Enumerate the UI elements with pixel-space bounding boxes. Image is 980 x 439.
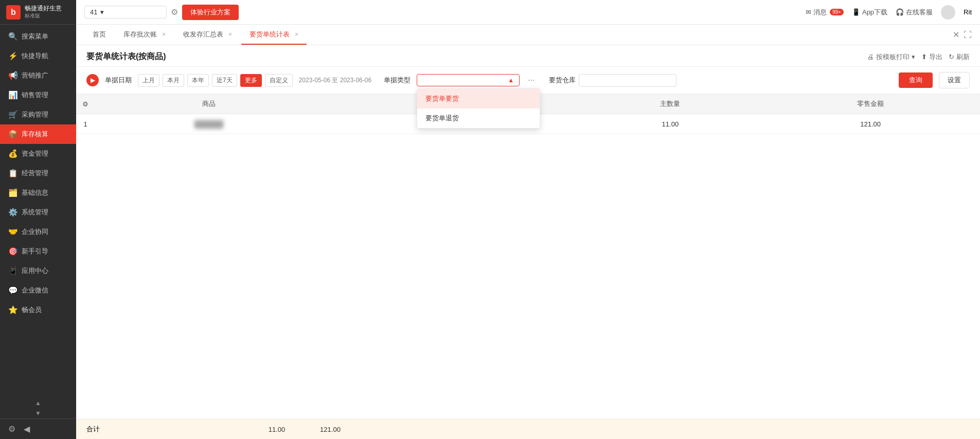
date-btn-this-year[interactable]: 本年 [187, 74, 209, 87]
sidebar-nav: 🔍搜索菜单⚡快捷导航📢营销推广📊销售管理🛒采购管理📦库存核算💰资金管理📋经营管理… [0, 25, 76, 398]
th-settings[interactable]: ⚙ [76, 94, 95, 114]
sidebar-item-inventory[interactable]: 📦库存核算 [0, 124, 76, 144]
sidebar-item-member[interactable]: ⭐畅会员 [0, 300, 76, 320]
settings-btn[interactable]: 设置 [939, 72, 970, 88]
tab-recv-summary[interactable]: 收发存汇总表× [175, 25, 240, 45]
sidebar-label-purchase: 采购管理 [22, 110, 48, 119]
sidebar-label-quick-nav: 快捷导航 [22, 51, 48, 61]
sidebar-scroll-down[interactable]: ▼ [0, 408, 76, 418]
sidebar-icon-member: ⭐ [8, 305, 17, 315]
tab-close-inventory-batch[interactable]: × [162, 31, 166, 38]
sidebar-scroll-up[interactable]: ▲ [0, 398, 76, 408]
export-label: 导出 [929, 52, 942, 62]
online-service-icon: 🎧 [896, 8, 904, 16]
main-area: 41 ▾ ⚙ 体验行业方案 ✉ 消息 99+ 📱 App下载 🎧 在线客服 Ri… [76, 0, 980, 439]
sidebar-item-quick-nav[interactable]: ⚡快捷导航 [0, 46, 76, 66]
app-download-label: App下载 [862, 8, 887, 17]
sidebar-item-sales[interactable]: 📊销售管理 [0, 85, 76, 105]
date-btn-this-month[interactable]: 本月 [163, 74, 184, 87]
app-download-btn[interactable]: 📱 App下载 [852, 8, 887, 17]
sidebar-icon-operation: 📋 [8, 169, 17, 178]
menu-item-yh-order[interactable]: 要货单要货 [417, 89, 540, 108]
tab-close-all-icon[interactable]: ✕ [953, 30, 959, 40]
sidebar-item-guide[interactable]: 🎯新手引导 [0, 242, 76, 261]
th-amount: 零售金额 [761, 94, 980, 114]
sidebar-item-search[interactable]: 🔍搜索菜单 [0, 27, 76, 46]
export-btn[interactable]: ⬆ 导出 [921, 52, 942, 62]
menu-item-yh-return[interactable]: 要货单退货 [417, 108, 540, 128]
sidebar-item-system[interactable]: ⚙️系统管理 [0, 203, 76, 222]
sidebar-item-operation[interactable]: 📋经营管理 [0, 163, 76, 183]
store-selector[interactable]: 41 ▾ [84, 6, 167, 19]
tab-home[interactable]: 首页 [84, 25, 114, 45]
sidebar-label-enterprise: 企业协同 [22, 227, 48, 236]
settings-icon[interactable]: ⚙ [8, 424, 15, 434]
tab-inventory-batch[interactable]: 库存批次账× [115, 25, 174, 45]
sidebar-bottom: ⚙ ◀ [0, 418, 76, 439]
sidebar-label-guide: 新手引导 [22, 247, 48, 256]
filter-more-icon[interactable]: ··· [528, 76, 534, 85]
sidebar-item-marketing[interactable]: 📢营销推广 [0, 66, 76, 85]
topbar-right: ✉ 消息 99+ 📱 App下载 🎧 在线客服 Rit [806, 5, 972, 20]
sidebar-label-operation: 经营管理 [22, 169, 48, 178]
date-btn-custom[interactable]: 自定义 [265, 74, 293, 87]
app-name: 畅捷通好生意 [25, 5, 62, 13]
tab-close-order-stats[interactable]: × [295, 31, 298, 38]
refresh-btn[interactable]: ↻ 刷新 [949, 52, 970, 62]
user-avatar[interactable] [941, 5, 955, 20]
doc-type-dropdown[interactable]: ▲ [417, 74, 520, 86]
sidebar-label-wechat: 企业微信 [22, 286, 48, 295]
print-caret: ▾ [912, 53, 915, 61]
print-btn[interactable]: 🖨 按模板打印 ▾ [867, 52, 915, 62]
store-value: 41 [90, 8, 97, 16]
footer-amount: 121.00 [310, 426, 351, 433]
sidebar-item-basic[interactable]: 🗂️基础信息 [0, 183, 76, 203]
sidebar-label-marketing: 营销推广 [22, 71, 48, 80]
sidebar-icon-search: 🔍 [8, 32, 17, 41]
query-btn[interactable]: 查询 [899, 72, 933, 88]
tab-order-stats[interactable]: 要货单统计表× [241, 25, 307, 45]
date-btn-last-month[interactable]: 上月 [138, 74, 159, 87]
tabbar: 首页库存批次账×收发存汇总表×要货单统计表×✕⛶ [76, 25, 980, 45]
sidebar-label-system: 系统管理 [22, 208, 48, 217]
topbar-gear-icon[interactable]: ⚙ [171, 7, 178, 17]
doc-type-label: 单据类型 [384, 76, 411, 85]
sidebar-item-purchase[interactable]: 🛒采购管理 [0, 105, 76, 124]
sidebar-item-finance[interactable]: 💰资金管理 [0, 144, 76, 163]
warehouse-label: 要货仓库 [549, 76, 576, 85]
date-shortcuts: 上月 本月 本年 近7天 更多 自定义 [138, 74, 293, 87]
sidebar-item-app-center[interactable]: 📱应用中心 [0, 261, 76, 281]
tab-close-recv-summary[interactable]: × [228, 31, 232, 38]
tab-label-home: 首页 [93, 30, 106, 39]
date-btn-7days[interactable]: 近7天 [212, 74, 237, 87]
tab-label-order-stats: 要货单统计表 [250, 30, 290, 39]
sidebar-icon-wechat: 💬 [8, 286, 17, 295]
sidebar-icon-quick-nav: ⚡ [8, 51, 17, 61]
warehouse-input[interactable] [579, 74, 676, 87]
cell-qty-0: 11.00 [579, 114, 761, 134]
tab-expand-icon[interactable]: ⛶ [964, 30, 972, 40]
message-btn[interactable]: ✉ 消息 99+ [806, 8, 844, 17]
filter-expand-btn[interactable]: ▶ [86, 74, 99, 86]
th-goods: 商品 [95, 94, 323, 114]
sidebar-item-wechat[interactable]: 💬企业微信 [0, 281, 76, 300]
refresh-label: 刷新 [956, 52, 970, 62]
sidebar-label-finance: 资金管理 [22, 149, 48, 158]
online-service-btn[interactable]: 🎧 在线客服 [896, 8, 933, 17]
sidebar-icon-purchase: 🛒 [8, 110, 17, 119]
logo-icon: b [6, 5, 21, 20]
date-btn-more[interactable]: 更多 [240, 74, 262, 87]
app-download-icon: 📱 [852, 8, 860, 16]
industry-btn[interactable]: 体验行业方案 [182, 5, 239, 20]
sidebar-label-basic: 基础信息 [22, 188, 48, 197]
filter-bar: ▶ 单据日期 上月 本月 本年 近7天 更多 自定义 2023-05-06 至 … [76, 67, 980, 94]
page-content: 要货单统计表(按商品) 🖨 按模板打印 ▾ ⬆ 导出 ↻ 刷新 ▶ [76, 45, 980, 439]
tab-label-inventory-batch: 库存批次账 [123, 30, 157, 39]
collapse-icon[interactable]: ◀ [24, 424, 30, 434]
sidebar-icon-sales: 📊 [8, 90, 17, 100]
user-name: Rit [964, 8, 972, 16]
warehouse-selector: 要货仓库 [549, 74, 676, 87]
sidebar-item-enterprise[interactable]: 🤝企业协同 [0, 222, 76, 242]
sidebar-icon-app-center: 📱 [8, 266, 17, 276]
refresh-icon: ↻ [949, 53, 954, 61]
